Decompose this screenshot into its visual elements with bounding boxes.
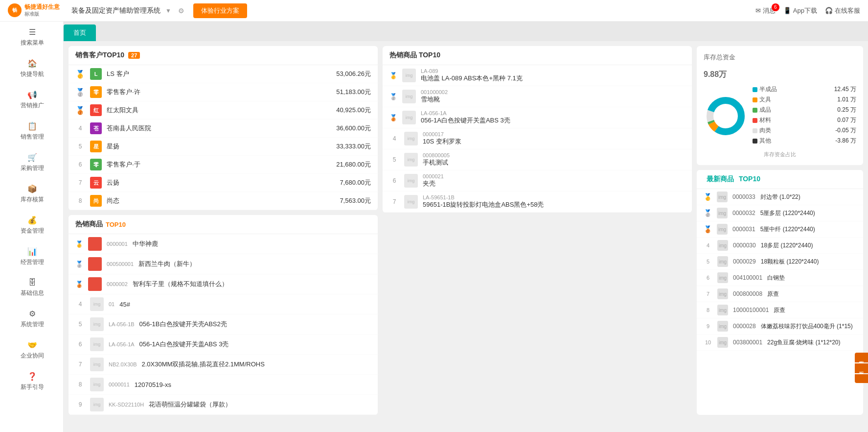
product-thumb: img [90,378,104,391]
product-thumb: img [404,174,418,188]
rank-amount: 40,925.00元 [336,106,371,115]
legend-item: 半成品 12.45 万 [753,85,856,94]
online-service-btn[interactable]: 🎧 在线客服 [825,6,860,15]
product-thumb: img [404,153,418,167]
rank-amount: 21,680.00元 [336,160,371,169]
svg-point-4 [714,104,737,128]
inventory-icon: 📦 [27,184,37,193]
new-products-card: 最新商品 TOP10 🥇 img 0000033 封边带 (1.0*22) 🥈 … [697,170,863,415]
hot-product-row: 9 img KK-SD22110H 花语萌恒温分罐罐袋（厚款） [69,395,378,415]
hot-products-card: 热销商品 TOP10 🥇 0000001 中华神鹿 🥈 000500001 新西… [69,215,378,415]
hot-products-list: 🥇 0000001 中华神鹿 🥈 000500001 新西兰牛肉（新牛） 🥉 0… [69,234,378,415]
legend-list: 半成品 12.45 万 文具 1.01 万 成品 0.25 万 材料 0.07 … [753,85,856,147]
app-download-btn[interactable]: 📱 App下载 [783,6,817,15]
sidebar-item-inventory[interactable]: 📦 库存核算 [0,178,63,210]
rank-num: 10 [704,339,712,345]
sidebar-item-system[interactable]: ⚙ 系统管理 [0,303,63,335]
hot-product-row: 🥈 000500001 新西兰牛肉（新牛） [69,254,378,274]
hot-sales-row: 🥈 img 001000002 雪地靴 [383,86,692,107]
legend-dot [753,97,757,102]
product-name: 2.0X30MM双插花轴,插花直径2.1MM/ROHS [141,360,264,369]
inventory-card: 库存总资金 9.88万 [697,46,863,165]
float-btn-live[interactable]: 直播 [855,374,868,383]
product-code: 000500001 [107,261,134,267]
rank-name: LS 客户 [107,70,331,78]
np-name: 原查 [767,290,856,298]
sidebar-item-sales[interactable]: 📋 销售管理 [0,116,63,147]
rank-avatar: 尚 [90,195,102,207]
col1: 销售客户TOP10 27 🥇 L LS 客户 53,006.26元 🥈 零 零售… [69,46,378,415]
sidebar-label-operation: 经营管理 [21,258,44,266]
hot-product-row: 🥉 0000002 智利车子里（规格不知道填什么） [69,274,378,294]
logo-sub: 标准版 [24,11,60,18]
logo: 畅 畅捷通好生意 标准版 [8,3,71,17]
legend-item: 材料 0.07 万 [753,116,856,124]
sidebar-item-marketing[interactable]: 📢 营销推广 [0,84,63,116]
rank-icon: 🥈 [704,209,712,217]
rank-avatar: 零 [90,159,102,170]
sidebar: ☰ 搜索菜单 🏠 快捷导航 📢 营销推广 📋 销售管理 🛒 采购管理 📦 库存核… [0,22,64,432]
inventory-chart-area: 半成品 12.45 万 文具 1.01 万 成品 0.25 万 材料 0.07 … [704,85,856,147]
finance-icon: 💰 [27,216,37,225]
rank-icon: 🥇 [389,72,397,79]
customer-rank-row: 4 苍 苍南县人民医院 36,600.00元 [69,120,378,138]
sidebar-label-guide: 新手引导 [21,383,44,391]
rank-num: 5 [75,143,85,150]
hot-sales-row: 5 img 000800005 手机测试 [383,149,692,170]
product-name: 雪地靴 [421,95,448,104]
legend-value: 0.25 万 [837,106,856,114]
float-btn-community[interactable]: 服务社区 [855,363,868,373]
rank-num: 9 [75,401,85,408]
rank-num: 7 [389,198,399,205]
legend-item: 其他 -3.86 万 [753,137,856,145]
sidebar-item-basic[interactable]: 🗄 基础信息 [0,272,63,303]
system-icon: ⚙ [29,309,36,318]
sidebar-label-basic: 基础信息 [21,289,44,297]
product-name: 056-1A白色按键开关盖ABS 3壳 [421,116,510,125]
rank-num: 6 [75,161,85,168]
customer-rank-row: 🥈 零 零售客户·许 51,183.00元 [69,83,378,101]
product-thumb: img [404,132,418,145]
sidebar-item-quick-nav[interactable]: 🏠 快捷导航 [0,53,63,84]
hot-sales-row: 7 img LA-59651-1B 59651-1B旋转投影灯电池盒ABS黑色+… [383,192,692,213]
experience-btn[interactable]: 体验行业方案 [193,3,247,18]
product-code: LA-056-1B [109,321,135,327]
rank-avatar: 零 [90,86,102,98]
np-name: 5厘中纤 (1220*2440) [760,225,856,234]
float-buttons: 客服热线 服务社区 直播 [855,353,868,383]
product-code: KK-SD22110H [109,402,144,408]
sidebar-item-operation[interactable]: 📊 经营管理 [0,241,63,272]
product-code: 0000011 [109,382,130,387]
message-btn[interactable]: ✉ 消息 6 [755,6,776,15]
product-code: LA-59651-1B [423,194,544,200]
product-thumb [88,237,102,251]
np-code: 0000028 [733,323,756,330]
hot-sales-row: 🥉 img LA-056-1A 056-1A白色按键开关盖ABS 3壳 [383,107,692,128]
sidebar-item-purchase[interactable]: 🛒 采购管理 [0,147,63,178]
float-btn-service[interactable]: 客服热线 [855,353,868,362]
legend-name: 成品 [759,106,835,114]
sidebar-item-enterprise[interactable]: 🤝 企业协同 [0,335,63,366]
sidebar-item-search[interactable]: ☰ 搜索菜单 [0,22,63,53]
customer-ranking-header: 销售客户TOP10 27 [69,46,378,65]
rank-amount: 7,563.00元 [340,196,371,205]
rank-num: 4 [389,135,399,142]
gear-icon[interactable]: ⚙ [178,7,184,15]
product-code: LA-056-1A [421,110,510,116]
product-code: 0000001 [107,241,128,247]
sidebar-label-quick-nav: 快捷导航 [21,70,44,78]
np-name: 白钢垫 [767,274,856,282]
rank-name: 零售客户·于 [107,160,331,169]
hot-product-row: 🥇 0000001 中华神鹿 [69,234,378,254]
product-name: 电池盖 LA-089 ABS本色+黑种 7.1克 [421,74,523,83]
legend-name: 文具 [759,96,835,104]
hot-sales-header: 热销商品 TOP10 [383,46,692,65]
product-name: 12070519-xs [135,381,171,388]
legend-name: 材料 [759,116,835,124]
np-code: 000800008 [733,290,762,297]
tab-home[interactable]: 首页 [64,24,96,41]
legend-item: 肉类 -0.05 万 [753,126,856,135]
dropdown-icon[interactable]: ▼ [165,7,171,14]
sidebar-item-finance[interactable]: 💰 资金管理 [0,210,63,241]
sidebar-item-guide[interactable]: ❓ 新手引导 [0,366,63,397]
